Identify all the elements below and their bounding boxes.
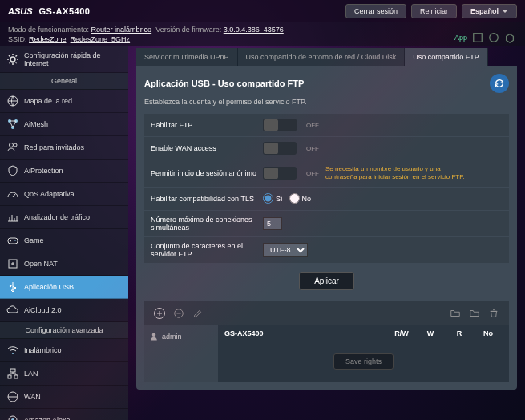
alexa-icon bbox=[6, 414, 19, 420]
tls-yes-radio[interactable]: Sí bbox=[263, 193, 283, 204]
model-name: GS-AX5400 bbox=[39, 6, 91, 16]
svg-point-7 bbox=[10, 143, 14, 147]
sidebar-lan[interactable]: LAN bbox=[0, 362, 128, 386]
folder-button[interactable] bbox=[467, 306, 482, 321]
row-tls: Habilitar compatibilidad con TLS Sí No bbox=[144, 188, 509, 210]
firmware-link[interactable]: 3.0.0.4.386_43576 bbox=[224, 26, 284, 34]
sidebar-alexa[interactable]: Amazon Alexa bbox=[0, 409, 128, 420]
logout-button[interactable]: Cerrar sesión bbox=[345, 4, 406, 18]
sidebar-wan[interactable]: WAN bbox=[0, 386, 128, 409]
sidebar-quick-setup[interactable]: Configuración rápida de Internet bbox=[0, 46, 128, 73]
sidebar: Configuración rápida de Internet General… bbox=[0, 46, 128, 420]
sidebar-section-advanced: Configuración avanzada bbox=[0, 322, 128, 339]
brand-logo: ASUS bbox=[8, 6, 33, 16]
edit-icon bbox=[192, 308, 204, 319]
usb-icon bbox=[6, 281, 19, 293]
svg-rect-16 bbox=[8, 375, 11, 378]
add-user-button[interactable] bbox=[152, 306, 167, 321]
svg-point-1 bbox=[490, 34, 499, 42]
toggle-enable-wan[interactable] bbox=[263, 142, 297, 155]
remove-user-button[interactable] bbox=[172, 306, 186, 321]
operation-mode-link[interactable]: Router inalámbrico bbox=[91, 26, 152, 34]
cloud-icon bbox=[6, 304, 19, 317]
svg-rect-9 bbox=[8, 238, 18, 244]
sidebar-aimesh[interactable]: AiMesh bbox=[0, 113, 128, 136]
wifi-icon bbox=[6, 344, 19, 357]
toggle-enable-ftp[interactable] bbox=[263, 119, 297, 131]
panel-subtitle: Establezca la cuenta y el permiso del se… bbox=[144, 98, 509, 106]
gauge-icon bbox=[6, 188, 19, 200]
charset-select[interactable]: UTF-8 bbox=[263, 243, 308, 257]
svg-point-8 bbox=[14, 143, 17, 147]
status-icon-3[interactable] bbox=[504, 32, 515, 43]
status-icon-2[interactable] bbox=[488, 32, 499, 43]
tab-upnp[interactable]: Servidor multimedia UPnP bbox=[136, 48, 238, 66]
maxconn-input[interactable] bbox=[263, 217, 282, 230]
gamepad-icon bbox=[6, 234, 19, 247]
user-list: admin bbox=[144, 325, 218, 382]
sidebar-qos[interactable]: QoS Adaptativa bbox=[0, 183, 128, 206]
reboot-button[interactable]: Reiniciar bbox=[411, 4, 457, 18]
app-link[interactable]: App bbox=[454, 34, 467, 42]
edit-user-button[interactable] bbox=[191, 306, 205, 321]
anonymous-hint: Se necesita un nombre de usuario y una c… bbox=[325, 165, 470, 182]
perm-col-w: W bbox=[416, 329, 445, 337]
refresh-button[interactable] bbox=[490, 74, 509, 93]
apply-button[interactable]: Aplicar bbox=[299, 272, 354, 290]
svg-point-2 bbox=[10, 57, 15, 62]
sidebar-usb-app[interactable]: Aplicación USB bbox=[0, 276, 128, 299]
user-panel: admin GS-AX5400 R/W W R No Save rights bbox=[144, 301, 509, 382]
folder-icon bbox=[469, 308, 480, 319]
nat-icon bbox=[6, 257, 19, 270]
sidebar-aicloud[interactable]: AiCloud 2.0 bbox=[0, 299, 128, 322]
gear-icon bbox=[6, 53, 19, 66]
topbar: ASUS GS-AX5400 Cerrar sesión Reiniciar E… bbox=[0, 0, 525, 22]
app-icons: App bbox=[454, 32, 515, 43]
toggle-anonymous[interactable] bbox=[263, 167, 297, 180]
sidebar-aiprotection[interactable]: AiProtection bbox=[0, 160, 128, 183]
tab-ftp-share[interactable]: Uso compartido FTP bbox=[405, 48, 488, 66]
mesh-icon bbox=[6, 118, 19, 131]
delete-button[interactable] bbox=[487, 306, 501, 321]
user-icon bbox=[149, 332, 159, 341]
lan-icon bbox=[6, 367, 19, 380]
sidebar-open-nat[interactable]: Open NAT bbox=[0, 252, 128, 276]
plus-circle-icon bbox=[153, 307, 166, 320]
globe-icon bbox=[6, 95, 19, 107]
wan-icon bbox=[6, 390, 19, 403]
sidebar-game[interactable]: Game bbox=[0, 229, 128, 252]
tab-network-share[interactable]: Uso compartido de entorno de red / Cloud… bbox=[238, 48, 406, 66]
perm-col-no: No bbox=[474, 329, 503, 337]
svg-rect-17 bbox=[14, 375, 18, 378]
row-charset: Conjunto de caracteres en el servidor FT… bbox=[144, 237, 509, 263]
trash-icon bbox=[488, 308, 499, 319]
svg-rect-15 bbox=[10, 369, 15, 372]
perm-col-rw: R/W bbox=[387, 329, 416, 337]
minus-circle-icon bbox=[173, 308, 184, 319]
shield-icon bbox=[6, 164, 19, 177]
sidebar-network-map[interactable]: Mapa de la red bbox=[0, 90, 128, 113]
panel-title: Aplicación USB - Uso compartido FTP bbox=[144, 79, 304, 88]
folder-plus-icon bbox=[450, 308, 461, 319]
permissions-table: GS-AX5400 R/W W R No Save rights bbox=[218, 325, 509, 382]
sidebar-section-general: General bbox=[0, 73, 128, 90]
users-icon bbox=[6, 141, 19, 154]
sidebar-wireless[interactable]: Inalámbrico bbox=[0, 339, 128, 362]
status-icon-1[interactable] bbox=[472, 32, 483, 43]
sidebar-traffic[interactable]: Analizador de tráfico bbox=[0, 206, 128, 229]
refresh-icon bbox=[494, 78, 505, 89]
ssid-1-link[interactable]: RedesZone bbox=[29, 35, 67, 43]
svg-point-14 bbox=[12, 353, 14, 354]
tls-no-radio[interactable]: No bbox=[289, 193, 312, 204]
svg-rect-0 bbox=[474, 34, 483, 42]
save-rights-button[interactable]: Save rights bbox=[333, 353, 394, 370]
ssid-2-link[interactable]: RedesZone_5GHz bbox=[71, 35, 131, 43]
folder-add-button[interactable] bbox=[448, 306, 462, 321]
perm-device: GS-AX5400 bbox=[224, 329, 387, 337]
info-bar: Modo de funcionamiento: Router inalámbri… bbox=[0, 22, 525, 46]
row-enable-wan: Enable WAN access OFF bbox=[144, 137, 509, 160]
perm-col-r: R bbox=[445, 329, 474, 337]
sidebar-guest-network[interactable]: Red para invitados bbox=[0, 136, 128, 160]
language-select[interactable]: Español bbox=[462, 4, 517, 18]
user-admin[interactable]: admin bbox=[149, 330, 213, 343]
